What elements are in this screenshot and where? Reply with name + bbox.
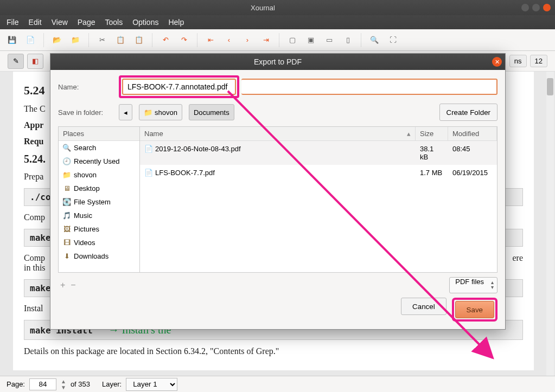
place-label: Pictures [74,225,99,233]
place-icon: 🎵 [63,211,71,220]
save-button[interactable]: Save [455,301,494,318]
highlight-annotation [119,75,239,98]
place-label: Recently Used [74,157,120,165]
dialog-close-icon[interactable]: ✕ [492,57,502,67]
col-size[interactable]: Size [416,127,448,140]
pdf-file-icon: 📄 [144,169,153,177]
dialog-title-bar: Export to PDF ✕ [50,54,505,70]
col-name[interactable]: Name ▴ [140,127,416,140]
place-label: File System [74,198,111,206]
filename-input-extend[interactable] [241,79,497,95]
place-icon: 📁 [63,171,71,179]
place-item[interactable]: 🎵Music [59,209,139,222]
file-row[interactable]: 📄2019-12-06-Note-08-43.pdf38.1 kB08:45 [140,141,497,165]
place-icon: 💽 [63,198,71,206]
name-label: Name: [58,83,112,91]
place-icon: 🔍 [63,144,71,152]
dialog-actions: Cancel Save [50,298,505,329]
save-in-label: Save in folder: [58,108,112,117]
dialog-bottom-row: + − PDF files ▴▾ [50,273,505,298]
place-item[interactable]: 📁shovon [59,168,139,182]
file-modified: 08:45 [448,143,497,163]
chevron-up-down-icon: ▴▾ [491,280,494,290]
create-folder-button[interactable]: Create Folder [439,104,498,121]
folder-row: Save in folder: ◂ 📁shovon Documents Crea… [50,104,505,126]
place-label: Desktop [74,184,100,192]
place-icon: 🕘 [63,157,71,165]
place-item[interactable]: ⬇Downloads [59,249,139,263]
place-icon: ⬇ [63,252,71,260]
place-icon: 🖥 [63,184,71,192]
highlight-annotation: Save [452,298,497,322]
dialog-title: Export to PDF [254,57,302,66]
places-panel: Places 🔍Search🕘Recently Used📁shovon🖥Desk… [59,127,140,272]
file-browser: Places 🔍Search🕘Recently Used📁shovon🖥Desk… [58,126,497,273]
col-modified[interactable]: Modified [448,127,497,140]
file-modified: 06/19/2015 [448,167,497,178]
place-item[interactable]: 💽File System [59,195,139,209]
file-list: Name ▴ Size Modified 📄2019-12-06-Note-08… [140,127,497,272]
filename-input[interactable] [122,79,236,95]
pdf-file-icon: 📄 [144,145,153,153]
name-row: Name: [50,70,505,104]
path-back-button[interactable]: ◂ [119,104,132,120]
place-label: Videos [74,239,95,247]
place-label: shovon [74,171,97,179]
file-size: 1.7 MB [416,167,448,178]
add-bookmark-icon[interactable]: + [60,280,65,290]
path-segment-user[interactable]: 📁shovon [139,104,182,120]
place-item[interactable]: 🕘Recently Used [59,155,139,168]
file-type-filter[interactable]: PDF files ▴▾ [449,277,497,293]
place-item[interactable]: 🔍Search [59,141,139,155]
place-label: Music [74,211,92,220]
place-icon: 🖼 [63,225,71,233]
place-label: Downloads [74,252,109,260]
place-item[interactable]: 🖼Pictures [59,222,139,236]
file-name: 2019-12-06-Note-08-43.pdf [155,145,241,153]
place-item[interactable]: 🎞Videos [59,236,139,249]
file-size: 38.1 kB [416,143,448,163]
cancel-button[interactable]: Cancel [401,298,446,315]
place-item[interactable]: 🖥Desktop [59,182,139,195]
file-list-header: Name ▴ Size Modified [140,127,497,141]
places-header: Places [59,127,139,141]
place-icon: 🎞 [63,239,71,247]
path-segment-documents[interactable]: Documents [189,104,234,120]
export-pdf-dialog: Export to PDF ✕ Name: Save in folder: ◂ … [50,53,506,330]
place-label: Search [74,144,96,152]
file-row[interactable]: 📄LFS-BOOK-7.7.pdf1.7 MB06/19/2015 [140,165,497,181]
file-name: LFS-BOOK-7.7.pdf [155,169,215,177]
dialog-backdrop: Export to PDF ✕ Name: Save in folder: ◂ … [0,0,555,392]
remove-bookmark-icon[interactable]: − [71,280,75,290]
